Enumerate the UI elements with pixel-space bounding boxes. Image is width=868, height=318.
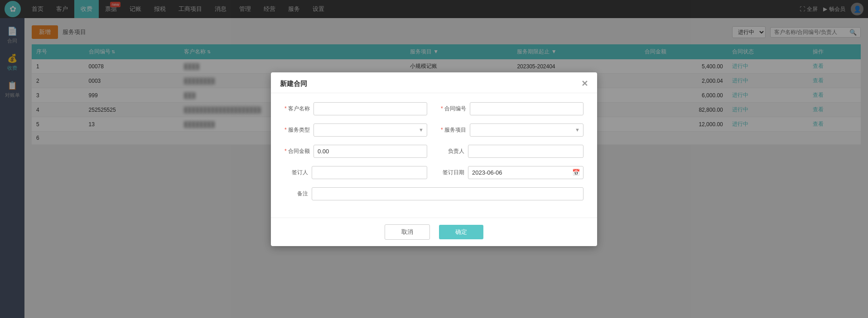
select-service-type[interactable] (313, 123, 427, 137)
service-item-select-wrap: ▼ (470, 123, 583, 137)
label-remark: 备注 (285, 190, 308, 198)
form-group-customer: 客户名称 (285, 102, 427, 115)
form-row-3: 合同金额 负责人 (285, 145, 583, 158)
service-type-select-wrap: ▼ (313, 123, 427, 137)
input-amount[interactable] (313, 145, 427, 158)
input-contract-no[interactable] (470, 102, 583, 115)
input-signer[interactable] (312, 166, 427, 179)
label-service-type: 服务类型 (285, 126, 310, 134)
input-remark[interactable] (312, 187, 583, 200)
form-group-signer: 签订人 (285, 166, 427, 179)
form-group-service-item: 服务项目 ▼ (441, 123, 583, 137)
input-responsible[interactable] (468, 145, 583, 158)
label-amount: 合同金额 (285, 147, 310, 155)
dialog-close-button[interactable]: ✕ (581, 80, 588, 88)
form-group-remark: 备注 (285, 187, 583, 200)
input-sign-date[interactable] (468, 166, 583, 179)
select-service-item[interactable] (470, 123, 583, 137)
dialog-header: 新建合同 ✕ (271, 72, 597, 93)
dialog-title: 新建合同 (280, 80, 307, 88)
form-row-2: 服务类型 ▼ 服务项目 ▼ (285, 123, 583, 137)
label-contract-no: 合同编号 (441, 105, 466, 113)
label-customer-name: 客户名称 (285, 105, 310, 113)
form-row-4: 签订人 签订日期 📅 (285, 166, 583, 179)
form-group-responsible: 负责人 (441, 145, 583, 158)
form-group-contract-no: 合同编号 (441, 102, 583, 115)
new-contract-dialog: 新建合同 ✕ 客户名称 合同编号 服务类型 (271, 72, 597, 246)
label-signer: 签订人 (285, 169, 308, 176)
confirm-button[interactable]: 确定 (439, 225, 483, 239)
label-sign-date: 签订日期 (441, 169, 464, 176)
form-group-sign-date: 签订日期 📅 (441, 166, 583, 179)
cancel-button[interactable]: 取消 (385, 224, 430, 240)
calendar-icon[interactable]: 📅 (572, 169, 580, 176)
form-row-5: 备注 (285, 187, 583, 200)
label-responsible: 负责人 (441, 147, 464, 155)
sign-date-wrap: 📅 (468, 166, 583, 179)
label-service-item: 服务项目 (441, 126, 466, 134)
dialog-body: 客户名称 合同编号 服务类型 ▼ (271, 93, 597, 218)
form-row-1: 客户名称 合同编号 (285, 102, 583, 115)
input-customer-name[interactable] (313, 102, 427, 115)
form-group-amount: 合同金额 (285, 145, 427, 158)
dialog-footer: 取消 确定 (271, 218, 597, 246)
form-group-service-type: 服务类型 ▼ (285, 123, 427, 137)
modal-overlay: 新建合同 ✕ 客户名称 合同编号 服务类型 (0, 0, 868, 318)
